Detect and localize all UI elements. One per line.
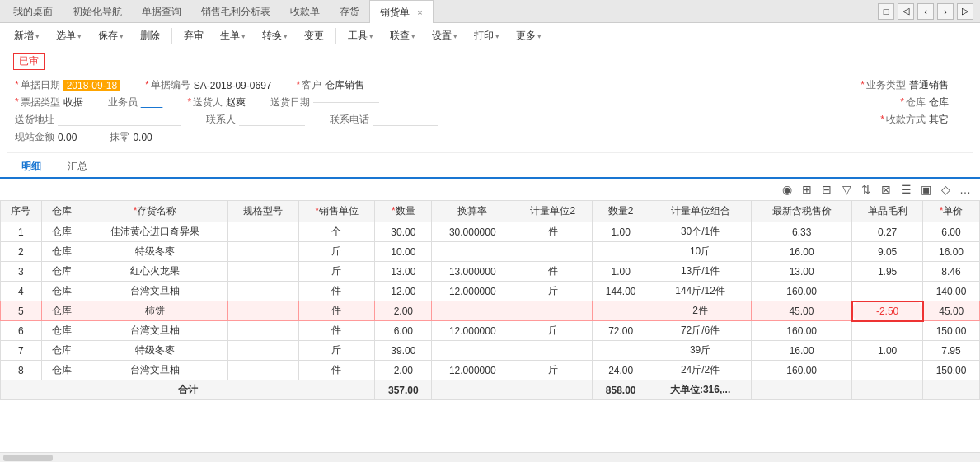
cell-name[interactable]: 特级冬枣: [82, 242, 227, 262]
cell-ratio[interactable]: [432, 341, 513, 361]
payment-value[interactable]: 其它: [929, 113, 949, 127]
cell-qty[interactable]: 12.00: [375, 282, 432, 301]
tab-next-btn[interactable]: ›: [937, 3, 954, 20]
more-grid-icon[interactable]: …: [957, 181, 973, 198]
delivery-date-value[interactable]: [313, 102, 379, 103]
phone-value[interactable]: [373, 114, 438, 126]
cell-price-tax[interactable]: 6.33: [752, 222, 852, 242]
cell-qty[interactable]: 10.00: [375, 242, 432, 262]
cell-unit[interactable]: 个: [298, 222, 375, 242]
cell-unit-price[interactable]: 7.95: [923, 341, 980, 361]
cell-margin[interactable]: 1.00: [852, 341, 923, 361]
cell-warehouse[interactable]: 仓库: [41, 361, 82, 380]
cell-margin[interactable]: 1.95: [852, 262, 923, 282]
cell-spec[interactable]: [227, 262, 298, 282]
cell-name[interactable]: 佳沛黄心进口奇异果: [82, 222, 227, 242]
cell-ratio[interactable]: 12.000000: [432, 321, 513, 341]
cell-qty2[interactable]: 144.00: [593, 282, 649, 301]
cell-margin[interactable]: -2.50: [852, 301, 923, 321]
table-row[interactable]: 6仓库台湾文旦柚件6.0012.000000斤72.0072斤/6件160.00…: [1, 321, 980, 341]
cell-unit[interactable]: 斤: [298, 242, 375, 262]
cell-warehouse[interactable]: 仓库: [41, 301, 82, 321]
customer-value[interactable]: 仓库销售: [325, 78, 364, 92]
cell-ratio[interactable]: 12.000000: [432, 282, 513, 301]
cell-name[interactable]: 红心火龙果: [82, 262, 227, 282]
cell-unit-combo[interactable]: 39斤: [649, 341, 752, 361]
settings-btn[interactable]: 设置▾: [424, 26, 465, 46]
cell-unit2[interactable]: [513, 301, 593, 321]
change-btn[interactable]: 变更: [297, 26, 331, 46]
cell-unit2[interactable]: 件: [513, 262, 593, 282]
tab-prev-btn[interactable]: ‹: [917, 3, 934, 20]
cell-spec[interactable]: [227, 242, 298, 262]
cell-ratio[interactable]: 12.000000: [432, 361, 513, 380]
cell-warehouse[interactable]: 仓库: [41, 262, 82, 282]
close-tab-icon[interactable]: ×: [417, 7, 422, 17]
salesman-link[interactable]: [141, 97, 163, 109]
generate-btn[interactable]: 生单▾: [213, 26, 253, 46]
location-icon[interactable]: ◉: [779, 181, 795, 198]
save-btn[interactable]: 保存▾: [91, 26, 131, 46]
cell-margin[interactable]: [852, 321, 923, 341]
cell-unit2[interactable]: [513, 341, 593, 361]
cell-unit2[interactable]: [513, 242, 593, 262]
cell-unit-combo[interactable]: 13斤/1件: [649, 262, 752, 282]
cell-name[interactable]: 特级冬枣: [82, 341, 227, 361]
cell-seq[interactable]: 4: [1, 282, 42, 301]
cash-value[interactable]: 0.00: [58, 132, 77, 143]
cell-unit[interactable]: 件: [298, 321, 375, 341]
cell-qty2[interactable]: [593, 301, 649, 321]
cell-seq[interactable]: 2: [1, 242, 42, 262]
cell-qty[interactable]: 39.00: [375, 341, 432, 361]
cell-qty2[interactable]: [593, 341, 649, 361]
cell-spec[interactable]: [227, 321, 298, 341]
print-btn[interactable]: 打印▾: [467, 26, 507, 46]
cell-warehouse[interactable]: 仓库: [41, 242, 82, 262]
tab-detail[interactable]: 明细: [8, 156, 54, 179]
cell-price-tax[interactable]: 45.00: [752, 301, 852, 321]
cell-unit-combo[interactable]: 144斤/12件: [649, 282, 752, 301]
cell-seq[interactable]: 5: [1, 301, 42, 321]
no-value[interactable]: SA-2018-09-0697: [194, 80, 272, 91]
cell-unit[interactable]: 斤: [298, 341, 375, 361]
tab-query[interactable]: 单据查询: [132, 0, 191, 23]
cell-seq[interactable]: 1: [1, 222, 42, 242]
tab-last-btn[interactable]: ▷: [957, 3, 973, 20]
cell-spec[interactable]: [227, 301, 298, 321]
cell-unit-price[interactable]: 150.00: [923, 361, 980, 380]
contact-value[interactable]: [239, 114, 305, 126]
cell-unit-price[interactable]: 45.00: [923, 301, 980, 321]
tab-margin-analysis[interactable]: 销售毛利分析表: [191, 0, 280, 23]
cell-unit2[interactable]: 斤: [513, 321, 593, 341]
delete-btn[interactable]: 删除: [133, 26, 167, 46]
round-value[interactable]: 0.00: [133, 132, 152, 143]
table-row[interactable]: 2仓库特级冬枣斤10.0010斤16.009.0516.00: [1, 242, 980, 262]
table-row[interactable]: 8仓库台湾文旦柚件2.0012.000000斤24.0024斤/2件160.00…: [1, 361, 980, 380]
convert-btn[interactable]: 转换▾: [255, 26, 295, 46]
cell-warehouse[interactable]: 仓库: [41, 341, 82, 361]
cell-price-tax[interactable]: 16.00: [752, 242, 852, 262]
cell-price-tax[interactable]: 13.00: [752, 262, 852, 282]
table-row[interactable]: 4仓库台湾文旦柚件12.0012.000000斤144.00144斤/12件16…: [1, 282, 980, 301]
cell-qty2[interactable]: 24.00: [593, 361, 649, 380]
cell-unit[interactable]: 斤: [298, 262, 375, 282]
copy-icon[interactable]: ⊞: [799, 181, 815, 198]
cell-spec[interactable]: [227, 361, 298, 380]
cell-price-tax[interactable]: 160.00: [752, 361, 852, 380]
cell-warehouse[interactable]: 仓库: [41, 321, 82, 341]
cell-spec[interactable]: [227, 282, 298, 301]
cell-ratio[interactable]: 30.000000: [432, 222, 513, 242]
cell-price-tax[interactable]: 16.00: [752, 341, 852, 361]
cell-name[interactable]: 台湾文旦柚: [82, 282, 227, 301]
cell-spec[interactable]: [227, 341, 298, 361]
cell-margin[interactable]: 0.27: [852, 222, 923, 242]
cell-ratio[interactable]: [432, 301, 513, 321]
horizontal-scrollbar[interactable]: [0, 452, 980, 462]
address-value[interactable]: [58, 114, 181, 126]
cell-unit-combo[interactable]: 24斤/2件: [649, 361, 752, 380]
cell-name[interactable]: 台湾文旦柚: [82, 321, 227, 341]
cell-qty[interactable]: 2.00: [375, 301, 432, 321]
cell-qty[interactable]: 13.00: [375, 262, 432, 282]
column-icon[interactable]: ☰: [898, 181, 914, 198]
date-value[interactable]: 2018-09-18: [63, 80, 120, 91]
